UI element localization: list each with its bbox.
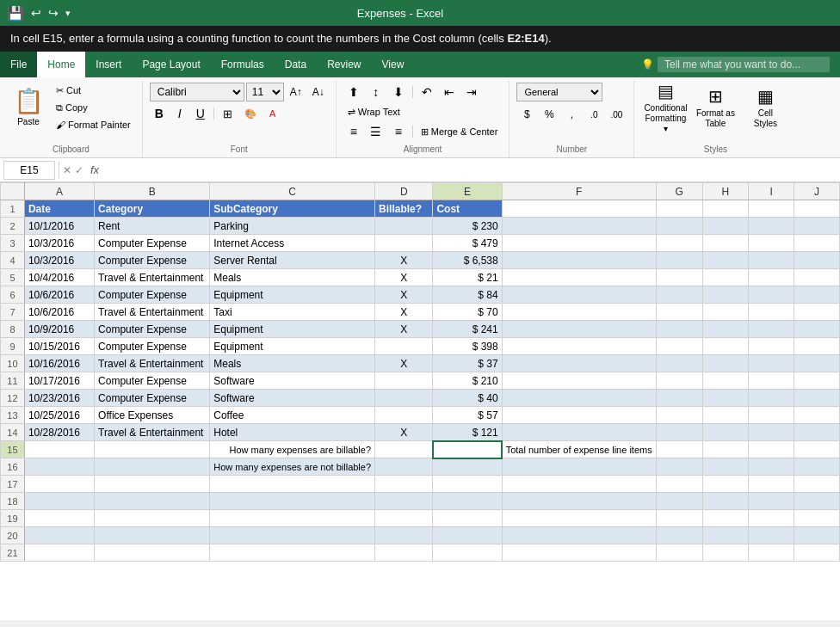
cell-H10[interactable] [702,355,749,372]
cell-H14[interactable] [702,424,749,441]
cell-C9[interactable]: Equipment [210,338,375,355]
cell-D16[interactable] [375,458,433,476]
cell-D10[interactable]: X [375,355,433,372]
cell-C15[interactable]: How many expenses are billable? [210,441,375,458]
cut-button[interactable]: ✂ Cut [52,83,135,98]
cell-A7[interactable]: 10/6/2016 [24,304,94,321]
cell-H4[interactable] [702,252,749,269]
copy-button[interactable]: ⧉ Copy [52,100,135,115]
cell-H3[interactable] [702,235,749,252]
cancel-formula-icon[interactable]: ✕ [63,164,71,176]
text-direction-button[interactable]: ↶ [417,83,437,101]
number-format-select[interactable]: General [516,83,602,101]
cell-J1[interactable] [794,200,839,218]
col-header-J[interactable]: J [794,183,839,200]
cell-ref-input[interactable] [3,161,55,180]
cell-I1[interactable] [749,200,794,218]
cell-B7[interactable]: Travel & Entertainment [95,304,210,321]
cell-I5[interactable] [749,269,794,286]
cell-J14[interactable] [794,424,839,441]
cell-A11[interactable]: 10/17/2016 [24,372,94,390]
cell-C12[interactable]: Software [210,390,375,407]
cell-D3[interactable] [375,235,433,252]
cell-H6[interactable] [702,286,749,304]
cell-J10[interactable] [794,355,839,372]
cell-E2[interactable]: $ 230 [433,218,502,235]
align-right-button[interactable]: ≡ [388,122,409,141]
cell-styles-button[interactable]: ▦ Cell Styles [741,83,789,132]
cell-I7[interactable] [749,304,794,321]
cell-J7[interactable] [794,304,839,321]
cell-F9[interactable] [502,338,656,355]
cell-C13[interactable]: Coffee [210,407,375,424]
cell-G13[interactable] [656,407,702,424]
font-name-select[interactable]: Calibri [150,83,244,101]
align-center-button[interactable]: ☰ [366,122,386,141]
cell-E6[interactable]: $ 84 [433,286,502,304]
cell-D9[interactable] [375,338,433,355]
align-middle-button[interactable]: ↕ [366,83,386,101]
cell-F1[interactable] [502,200,656,218]
cell-F15[interactable]: Total number of expense line items [502,441,656,458]
cell-B15[interactable] [95,441,210,458]
cell-D2[interactable] [375,218,433,235]
menu-formulas[interactable]: Formulas [211,52,275,77]
cell-F4[interactable] [502,252,656,269]
cell-B16[interactable] [95,458,210,476]
menu-view[interactable]: View [372,52,415,77]
fill-color-button[interactable]: 🎨 [240,104,261,123]
cell-J3[interactable] [794,235,839,252]
cell-F7[interactable] [502,304,656,321]
cell-D11[interactable] [375,372,433,390]
cell-B3[interactable]: Computer Expense [95,235,210,252]
cell-E12[interactable]: $ 40 [433,390,502,407]
cell-A9[interactable]: 10/15/2016 [24,338,94,355]
cell-E13[interactable]: $ 57 [433,407,502,424]
menu-review[interactable]: Review [317,52,371,77]
undo-icon[interactable]: ↩ [31,6,41,20]
col-header-E[interactable]: E [433,183,502,200]
cell-H11[interactable] [702,372,749,390]
bold-button[interactable]: B [150,104,169,123]
cell-I11[interactable] [749,372,794,390]
cell-B14[interactable]: Travel & Entertainment [95,424,210,441]
cell-G14[interactable] [656,424,702,441]
cell-F8[interactable] [502,321,656,338]
cell-E7[interactable]: $ 70 [433,304,502,321]
cell-G11[interactable] [656,372,702,390]
align-top-button[interactable]: ⬆ [343,83,364,101]
cell-A5[interactable]: 10/4/2016 [24,269,94,286]
redo-icon[interactable]: ↪ [48,6,59,20]
cell-F12[interactable] [502,390,656,407]
cell-I2[interactable] [749,218,794,235]
cell-H12[interactable] [702,390,749,407]
cell-F14[interactable] [502,424,656,441]
cell-C2[interactable]: Parking [210,218,375,235]
cell-B2[interactable]: Rent [95,218,210,235]
increase-font-button[interactable]: A↑ [286,83,306,101]
cell-J6[interactable] [794,286,839,304]
cell-F16[interactable] [502,458,656,476]
cell-G6[interactable] [656,286,702,304]
cell-H13[interactable] [702,407,749,424]
cell-H15[interactable] [702,441,749,458]
col-header-F[interactable]: F [502,183,656,200]
col-header-H[interactable]: H [702,183,749,200]
cell-C6[interactable]: Equipment [210,286,375,304]
format-painter-button[interactable]: 🖌 Format Painter [52,117,135,132]
cell-G16[interactable] [656,458,702,476]
menu-file[interactable]: File [0,52,37,77]
cell-I14[interactable] [749,424,794,441]
cell-G12[interactable] [656,390,702,407]
col-header-D[interactable]: D [375,183,433,200]
save-icon[interactable]: 💾 [7,5,24,22]
cell-D6[interactable]: X [375,286,433,304]
cell-G15[interactable] [656,441,702,458]
italic-button[interactable]: I [170,104,189,123]
cell-E8[interactable]: $ 241 [433,321,502,338]
cell-A12[interactable]: 10/23/2016 [24,390,94,407]
conditional-formatting-button[interactable]: ▤ ConditionalFormatting ▾ [641,83,689,132]
cell-B11[interactable]: Computer Expense [95,372,210,390]
cell-G10[interactable] [656,355,702,372]
cell-G1[interactable] [656,200,702,218]
